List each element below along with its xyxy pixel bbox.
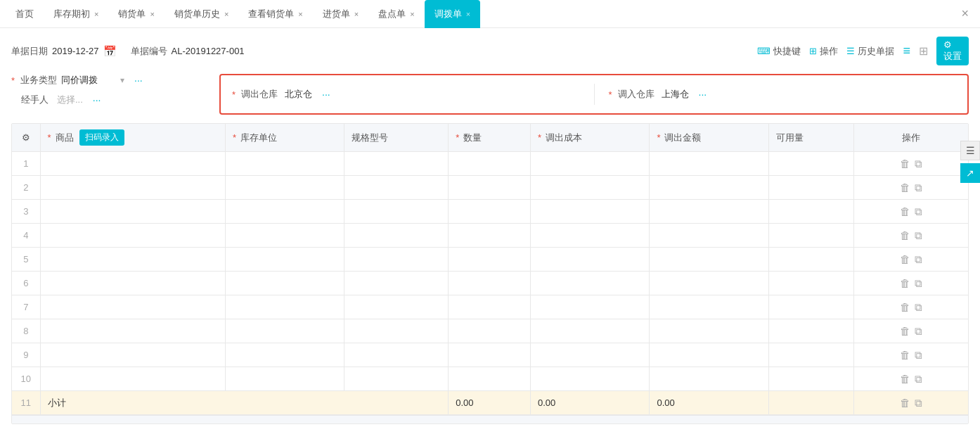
- handler-value[interactable]: 选择...: [57, 94, 83, 106]
- tab-sales-history[interactable]: 销货单历史 ×: [165, 0, 238, 28]
- cell-qty-10[interactable]: [449, 367, 531, 391]
- cell-available-3[interactable]: [768, 200, 854, 224]
- copy-icon-8[interactable]: ⧉: [915, 325, 922, 338]
- cell-qty-7[interactable]: [449, 295, 531, 319]
- tab-sales-order[interactable]: 销货单 ×: [108, 0, 164, 28]
- calendar-icon[interactable]: 📅: [103, 45, 117, 58]
- cell-unit-2[interactable]: [225, 176, 344, 200]
- cell-qty-2[interactable]: [449, 176, 531, 200]
- copy-icon-2[interactable]: ⧉: [915, 181, 922, 194]
- subtotal-copy-icon[interactable]: ⧉: [915, 397, 922, 409]
- cell-qty-1[interactable]: [449, 152, 531, 176]
- tab-view-sales[interactable]: 查看销货单 ×: [238, 0, 312, 28]
- cell-cost-4[interactable]: [531, 224, 650, 248]
- cell-available-4[interactable]: [768, 224, 854, 248]
- tab-close-view-sales[interactable]: ×: [298, 10, 302, 18]
- cell-available-2[interactable]: [768, 176, 854, 200]
- cell-qty-9[interactable]: [449, 343, 531, 367]
- tab-close-purchase-order[interactable]: ×: [354, 10, 359, 18]
- cell-unit-4[interactable]: [225, 224, 344, 248]
- cell-spec-9[interactable]: [344, 343, 449, 367]
- cell-cost-9[interactable]: [531, 343, 650, 367]
- tab-close-transfer[interactable]: ×: [466, 10, 470, 18]
- cell-spec-2[interactable]: [344, 176, 449, 200]
- cell-cost-7[interactable]: [531, 295, 650, 319]
- cell-product-4[interactable]: [40, 224, 225, 248]
- cell-unit-5[interactable]: [225, 248, 344, 272]
- window-close-button[interactable]: ×: [955, 6, 974, 21]
- business-type-more-btn[interactable]: ···: [134, 75, 143, 86]
- cell-amount-9[interactable]: [650, 343, 768, 367]
- cell-product-10[interactable]: [40, 367, 225, 391]
- th-gear[interactable]: ⚙: [12, 124, 40, 152]
- cell-cost-3[interactable]: [531, 200, 650, 224]
- transfer-in-more-btn[interactable]: ···: [699, 89, 707, 100]
- cell-cost-5[interactable]: [531, 248, 650, 272]
- delete-icon-3[interactable]: 🗑: [900, 205, 910, 217]
- cell-amount-3[interactable]: [650, 200, 768, 224]
- cell-product-2[interactable]: [40, 176, 225, 200]
- cell-qty-8[interactable]: [449, 319, 531, 343]
- cell-qty-5[interactable]: [449, 248, 531, 272]
- delete-icon-2[interactable]: 🗑: [900, 181, 910, 193]
- cell-unit-3[interactable]: [225, 200, 344, 224]
- copy-icon-4[interactable]: ⧉: [915, 229, 922, 242]
- cell-qty-6[interactable]: [449, 272, 531, 295]
- scan-entry-button[interactable]: 扫码录入: [79, 129, 124, 146]
- cell-unit-7[interactable]: [225, 295, 344, 319]
- cell-product-7[interactable]: [40, 295, 225, 319]
- history-btn[interactable]: ☰ 历史单据: [846, 45, 894, 58]
- cell-amount-6[interactable]: [650, 272, 768, 295]
- tab-close-sales-history[interactable]: ×: [224, 10, 228, 18]
- tab-inventory-init[interactable]: 库存期初 ×: [44, 0, 108, 28]
- copy-icon-9[interactable]: ⧉: [915, 349, 922, 362]
- list-view-icon[interactable]: ≡: [903, 44, 910, 58]
- cell-available-8[interactable]: [768, 319, 854, 343]
- cell-spec-8[interactable]: [344, 319, 449, 343]
- tab-home[interactable]: 首页: [6, 0, 44, 28]
- tab-close-sales-order[interactable]: ×: [150, 10, 154, 18]
- cell-amount-1[interactable]: [650, 152, 768, 176]
- tab-transfer[interactable]: 调拨单 ×: [425, 0, 480, 28]
- delete-icon-8[interactable]: 🗑: [900, 325, 910, 337]
- tab-inventory-check[interactable]: 盘点单 ×: [368, 0, 424, 28]
- cell-unit-8[interactable]: [225, 319, 344, 343]
- cell-available-7[interactable]: [768, 295, 854, 319]
- cell-unit-1[interactable]: [225, 152, 344, 176]
- cell-available-6[interactable]: [768, 272, 854, 295]
- cell-available-1[interactable]: [768, 152, 854, 176]
- delete-icon-5[interactable]: 🗑: [900, 253, 910, 265]
- business-type-select[interactable]: 同价调拨 ▾: [61, 74, 124, 87]
- cell-spec-1[interactable]: [344, 152, 449, 176]
- cell-unit-9[interactable]: [225, 343, 344, 367]
- cell-unit-6[interactable]: [225, 272, 344, 295]
- cell-amount-7[interactable]: [650, 295, 768, 319]
- cell-available-9[interactable]: [768, 343, 854, 367]
- subtotal-delete-icon[interactable]: 🗑: [900, 397, 910, 409]
- delete-icon-7[interactable]: 🗑: [900, 301, 910, 313]
- delete-icon-6[interactable]: 🗑: [900, 277, 910, 289]
- delete-icon-1[interactable]: 🗑: [900, 158, 910, 170]
- tab-close-inventory-check[interactable]: ×: [410, 10, 414, 18]
- cell-spec-3[interactable]: [344, 200, 449, 224]
- copy-icon-7[interactable]: ⧉: [915, 301, 922, 314]
- handler-more-btn[interactable]: ···: [93, 94, 101, 106]
- tab-purchase-order[interactable]: 进货单 ×: [313, 0, 368, 28]
- copy-icon-10[interactable]: ⧉: [915, 373, 922, 386]
- copy-icon-5[interactable]: ⧉: [915, 253, 922, 266]
- cell-amount-5[interactable]: [650, 248, 768, 272]
- cell-cost-2[interactable]: [531, 176, 650, 200]
- cell-product-1[interactable]: [40, 152, 225, 176]
- cell-cost-10[interactable]: [531, 367, 650, 391]
- copy-icon-6[interactable]: ⧉: [915, 277, 922, 290]
- shortcuts-btn[interactable]: ⌨ 快捷键: [757, 45, 801, 58]
- cell-spec-4[interactable]: [344, 224, 449, 248]
- copy-icon-3[interactable]: ⧉: [915, 205, 922, 218]
- float-export-btn[interactable]: ↗: [960, 163, 980, 183]
- grid-view-icon[interactable]: ⊞: [919, 44, 928, 58]
- cell-cost-1[interactable]: [531, 152, 650, 176]
- cell-amount-8[interactable]: [650, 319, 768, 343]
- cell-spec-10[interactable]: [344, 367, 449, 391]
- cell-qty-4[interactable]: [449, 224, 531, 248]
- delete-icon-9[interactable]: 🗑: [900, 349, 910, 361]
